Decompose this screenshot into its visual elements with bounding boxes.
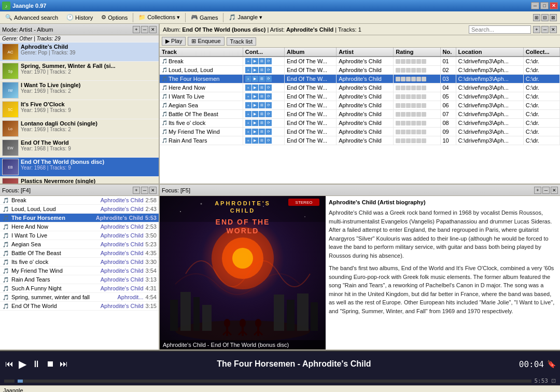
- progress-bar[interactable]: [18, 380, 531, 383]
- track-rating[interactable]: [394, 66, 440, 75]
- layout-btn-2[interactable]: ⊟: [541, 14, 549, 21]
- list-item[interactable]: Pl Plastics Nevermore (single) Year: 196…: [0, 177, 159, 184]
- next-button[interactable]: ⏭: [59, 358, 69, 370]
- enq-btn[interactable]: ⊞: [259, 111, 265, 117]
- right-pane-min[interactable]: ─: [541, 26, 549, 33]
- enq-btn[interactable]: ⊞: [259, 67, 265, 73]
- track-controls[interactable]: + ▶ ⊞ ⟳: [243, 136, 284, 145]
- list-item[interactable]: 🎵 Its five o' clock Aphrodite's Child 3:…: [0, 258, 159, 267]
- enq-btn[interactable]: ⊞: [259, 58, 265, 64]
- col-header-artist[interactable]: Artist: [337, 48, 394, 57]
- enq-btn[interactable]: ⊞: [259, 120, 265, 126]
- layout-btn-3[interactable]: ⊠: [550, 14, 557, 21]
- minimize-button[interactable]: ─: [531, 2, 539, 9]
- menu-options[interactable]: ⚙ Options: [97, 13, 132, 22]
- track-controls[interactable]: + ▶ ⊞ ⟳: [243, 83, 284, 92]
- prev-prev-button[interactable]: ⏮: [4, 358, 15, 370]
- table-row[interactable]: 🎵 Rain And Tears + ▶ ⊞ ⟳ End Of The W...…: [160, 136, 560, 145]
- track-rating[interactable]: [394, 83, 440, 92]
- list-item[interactable]: Genre: Other | Tracks: 29: [0, 35, 159, 43]
- track-search-input[interactable]: [469, 25, 531, 34]
- focus-right-add[interactable]: +: [534, 187, 541, 194]
- list-item[interactable]: 🎵 Spring, summer, winter and fall Aphrod…: [0, 293, 159, 302]
- list-item[interactable]: 🎵 Loud, Loud, Loud Aphrodite's Child 2:4…: [0, 205, 159, 214]
- add-btn[interactable]: +: [245, 85, 251, 91]
- track-rating[interactable]: [394, 128, 440, 136]
- left-pane-add[interactable]: +: [133, 26, 140, 33]
- play-btn[interactable]: ▶: [252, 67, 258, 73]
- track-controls[interactable]: + ▶ ⊞ ⟳: [243, 119, 284, 128]
- info-btn[interactable]: ⟳: [265, 102, 272, 108]
- list-item[interactable]: 5C It's Five O'Clock Year: 1969 | Tracks…: [0, 100, 159, 119]
- track-rating[interactable]: [394, 101, 440, 110]
- play-btn[interactable]: ▶: [252, 137, 258, 144]
- table-row[interactable]: 🎵 Loud, Loud, Loud + ▶ ⊞ ⟳ End Of The W.…: [160, 66, 560, 75]
- list-item[interactable]: 🎵 End Of The World Aphrodite's Child 3:1…: [0, 302, 159, 311]
- info-btn[interactable]: ⟳: [265, 129, 272, 135]
- list-item[interactable]: 🎵 Here And Now Aphrodite's Child 2:53: [0, 222, 159, 231]
- focus-right-min[interactable]: ─: [542, 187, 550, 194]
- layout-btn-1[interactable]: ⊞: [533, 14, 540, 21]
- list-item[interactable]: Sp Spring, Summer, Winter & Fall (si... …: [0, 62, 159, 81]
- play-btn[interactable]: ▶: [252, 102, 258, 108]
- add-btn[interactable]: +: [245, 102, 251, 108]
- focus-left-close[interactable]: ✕: [149, 187, 157, 194]
- track-controls[interactable]: + ▶ ⊞ ⟳: [243, 110, 284, 119]
- left-pane-min[interactable]: ─: [141, 26, 148, 33]
- menu-games[interactable]: 🎮 Games: [187, 13, 222, 22]
- track-table-container[interactable]: Track Cont... Album Artist Rating No. Lo…: [160, 48, 560, 184]
- stop-button[interactable]: ⏹: [45, 358, 55, 370]
- table-row[interactable]: 🎵 Aegian Sea + ▶ ⊞ ⟳ End Of The W... Aph…: [160, 101, 560, 110]
- enq-btn[interactable]: ⊞: [259, 102, 265, 108]
- focus-track-list[interactable]: 🎵 Break Aphrodite's Child 2:58 🎵 Loud, L…: [0, 196, 159, 349]
- play-btn[interactable]: ▶: [252, 111, 258, 117]
- menu-collections[interactable]: 📁 Collections ▾: [134, 13, 184, 22]
- list-item[interactable]: EW End Of The World Year: 1968 | Tracks:…: [0, 138, 159, 158]
- list-item[interactable]: 🎵 Aegian Sea Aphrodite's Child 5:23: [0, 240, 159, 249]
- track-controls[interactable]: + ▶ ⊞ ⟳: [243, 75, 284, 83]
- table-row[interactable]: 🎵 Battle Of The Beast + ▶ ⊞ ⟳ End Of The…: [160, 110, 560, 119]
- focus-right-close[interactable]: ✕: [551, 187, 558, 194]
- enq-btn[interactable]: ⊞: [259, 76, 265, 82]
- list-item[interactable]: AC Aphrodite's Child Genre: Pop | Tracks…: [0, 43, 159, 62]
- right-pane-add[interactable]: +: [533, 26, 540, 33]
- col-header-rating[interactable]: Rating: [394, 48, 440, 57]
- menu-advanced-search[interactable]: 🔍 Advanced search: [1, 13, 62, 22]
- play-button-player[interactable]: ▶: [18, 357, 27, 371]
- col-header-collect[interactable]: Collect...: [523, 48, 559, 57]
- play-button[interactable]: ▶ Play: [162, 37, 186, 46]
- track-rating[interactable]: [394, 57, 440, 66]
- menu-jaangle[interactable]: 🎵 Jaangle ▾: [225, 13, 267, 22]
- maximize-button[interactable]: □: [540, 2, 549, 9]
- enq-btn[interactable]: ⊞: [259, 129, 265, 135]
- info-btn[interactable]: ⟳: [265, 93, 272, 100]
- add-btn[interactable]: +: [245, 67, 251, 73]
- close-button[interactable]: ✕: [550, 2, 558, 9]
- info-btn[interactable]: ⟳: [265, 137, 272, 144]
- track-rating[interactable]: [394, 92, 440, 101]
- focus-left-min[interactable]: ─: [141, 187, 148, 194]
- table-row[interactable]: 🎵 Here And Now + ▶ ⊞ ⟳ End Of The W... A…: [160, 83, 560, 92]
- add-btn[interactable]: +: [245, 76, 251, 82]
- pause-button[interactable]: ⏸: [31, 358, 42, 371]
- add-btn[interactable]: +: [245, 129, 251, 135]
- table-row[interactable]: 🎵 I Want To Live + ▶ ⊞ ⟳ End Of The W...…: [160, 92, 560, 101]
- table-row[interactable]: 🎵 The Four Horsemen + ▶ ⊞ ⟳ End Of The W…: [160, 75, 560, 83]
- right-pane-close[interactable]: ✕: [550, 26, 557, 33]
- track-rating[interactable]: [394, 75, 440, 83]
- enq-btn[interactable]: ⊞: [259, 137, 265, 144]
- list-item[interactable]: 🎵 I Want To Live Aphrodite's Child 3:50: [0, 231, 159, 240]
- info-btn[interactable]: ⟳: [265, 58, 272, 64]
- add-btn[interactable]: +: [245, 111, 251, 117]
- col-header-album[interactable]: Album: [284, 48, 336, 57]
- add-btn[interactable]: +: [245, 93, 251, 100]
- menu-history[interactable]: 🕐 History: [62, 13, 97, 22]
- track-controls[interactable]: + ▶ ⊞ ⟳: [243, 92, 284, 101]
- play-btn[interactable]: ▶: [252, 58, 258, 64]
- play-btn[interactable]: ▶: [252, 85, 258, 91]
- list-item[interactable]: 🎵 The Four Horsemen Aphrodite's Child 5:…: [0, 214, 159, 222]
- track-controls[interactable]: + ▶ ⊞ ⟳: [243, 57, 284, 66]
- info-btn[interactable]: ⟳: [265, 67, 272, 73]
- track-controls[interactable]: + ▶ ⊞ ⟳: [243, 128, 284, 136]
- enqueue-button[interactable]: ⊞ Enqueue: [188, 37, 224, 46]
